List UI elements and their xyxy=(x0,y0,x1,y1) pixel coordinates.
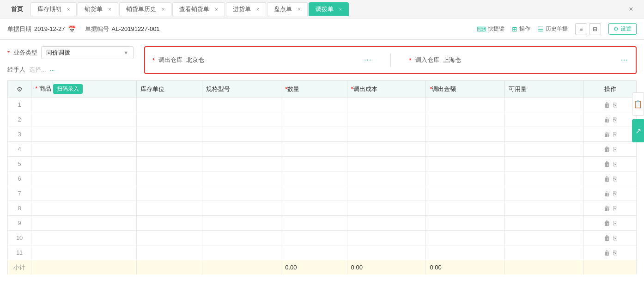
sidebar-expand-button[interactable]: ↗ xyxy=(632,119,644,142)
cell-qty-9[interactable] xyxy=(281,216,347,231)
cell-cost-9[interactable] xyxy=(347,216,426,231)
scan-button[interactable]: 扫码录入 xyxy=(53,84,83,94)
cell-amount-10[interactable] xyxy=(426,231,505,245)
cell-cost-7[interactable] xyxy=(347,186,426,201)
copy-icon-8[interactable]: ⎘ xyxy=(613,205,617,212)
copy-icon-6[interactable]: ⎘ xyxy=(613,175,617,183)
cell-cost-11[interactable] xyxy=(347,245,426,260)
cell-qty-8[interactable] xyxy=(281,201,347,216)
tab-purchase[interactable]: 进货单 × xyxy=(226,2,266,16)
cell-amount-4[interactable] xyxy=(426,142,505,157)
tab-inventory-init-close[interactable]: × xyxy=(67,6,70,12)
copy-icon-4[interactable]: ⎘ xyxy=(613,146,617,153)
cell-amount-8[interactable] xyxy=(426,201,505,216)
cell-unit-11[interactable] xyxy=(137,245,202,260)
cell-qty-4[interactable] xyxy=(281,142,347,157)
cell-spec-7[interactable] xyxy=(202,186,281,201)
cell-unit-8[interactable] xyxy=(137,201,202,216)
cell-qty-5[interactable] xyxy=(281,157,347,171)
cell-available-8[interactable] xyxy=(505,201,584,216)
tab-sales-history-close[interactable]: × xyxy=(162,6,164,12)
cell-cost-6[interactable] xyxy=(347,171,426,186)
tab-inventory-check-close[interactable]: × xyxy=(298,6,300,12)
delete-icon-6[interactable]: 🗑 xyxy=(604,175,610,183)
copy-icon-7[interactable]: ⎘ xyxy=(613,190,617,197)
tab-view-sales[interactable]: 查看销货单 × xyxy=(172,2,225,16)
cell-product-1[interactable] xyxy=(31,98,137,112)
delete-icon-9[interactable]: 🗑 xyxy=(604,220,610,227)
cell-amount-11[interactable] xyxy=(426,245,505,260)
cell-product-3[interactable] xyxy=(31,127,137,142)
delete-icon-2[interactable]: 🗑 xyxy=(604,116,610,123)
tab-inventory-check[interactable]: 盘点单 × xyxy=(267,2,307,16)
cell-unit-9[interactable] xyxy=(137,216,202,231)
cell-available-1[interactable] xyxy=(505,98,584,112)
cell-cost-1[interactable] xyxy=(347,98,426,112)
copy-icon-1[interactable]: ⎘ xyxy=(613,101,617,109)
cell-unit-4[interactable] xyxy=(137,142,202,157)
copy-icon-5[interactable]: ⎘ xyxy=(613,160,617,168)
copy-icon-3[interactable]: ⎘ xyxy=(613,131,617,138)
cell-product-2[interactable] xyxy=(31,112,137,127)
tab-sales-order[interactable]: 销货单 × xyxy=(78,2,118,16)
cell-product-7[interactable] xyxy=(31,186,137,201)
cell-spec-11[interactable] xyxy=(202,245,281,260)
cell-unit-3[interactable] xyxy=(137,127,202,142)
cell-spec-5[interactable] xyxy=(202,157,281,171)
cell-amount-5[interactable] xyxy=(426,157,505,171)
cell-unit-2[interactable] xyxy=(137,112,202,127)
cell-spec-9[interactable] xyxy=(202,216,281,231)
sidebar-doc-button[interactable]: 📋 xyxy=(632,92,644,116)
cell-cost-8[interactable] xyxy=(347,201,426,216)
cell-spec-4[interactable] xyxy=(202,142,281,157)
cell-cost-2[interactable] xyxy=(347,112,426,127)
cell-qty-6[interactable] xyxy=(281,171,347,186)
cell-amount-6[interactable] xyxy=(426,171,505,186)
delete-icon-5[interactable]: 🗑 xyxy=(604,160,610,168)
cell-product-11[interactable] xyxy=(31,245,137,260)
cell-product-9[interactable] xyxy=(31,216,137,231)
cell-available-10[interactable] xyxy=(505,231,584,245)
operator-input[interactable]: 选择... xyxy=(29,66,46,74)
cell-qty-11[interactable] xyxy=(281,245,347,260)
cell-product-5[interactable] xyxy=(31,157,137,171)
cell-qty-10[interactable] xyxy=(281,231,347,245)
delete-icon-4[interactable]: 🗑 xyxy=(604,146,610,153)
tab-sales-order-close[interactable]: × xyxy=(108,6,111,12)
cell-available-9[interactable] xyxy=(505,216,584,231)
cell-amount-3[interactable] xyxy=(426,127,505,142)
cell-qty-3[interactable] xyxy=(281,127,347,142)
business-type-select[interactable]: 同价调拨 ▼ xyxy=(41,46,134,59)
settings-icon[interactable]: ⚙ xyxy=(17,85,23,93)
delete-icon-3[interactable]: 🗑 xyxy=(604,131,610,138)
cell-spec-1[interactable] xyxy=(202,98,281,112)
layout-icon-2[interactable]: ⊟ xyxy=(589,23,601,35)
history-action[interactable]: ☰ 历史单据 xyxy=(538,25,568,33)
out-warehouse-more-icon[interactable]: ··· xyxy=(364,56,371,64)
tab-transfer[interactable]: 调拨单 × xyxy=(309,2,349,16)
cell-unit-7[interactable] xyxy=(137,186,202,201)
cell-qty-1[interactable] xyxy=(281,98,347,112)
cell-amount-7[interactable] xyxy=(426,186,505,201)
shortcuts-action[interactable]: ⌨ 快捷键 xyxy=(477,25,504,33)
cell-cost-10[interactable] xyxy=(347,231,426,245)
cell-cost-3[interactable] xyxy=(347,127,426,142)
tab-view-sales-close[interactable]: × xyxy=(215,6,218,12)
cell-unit-1[interactable] xyxy=(137,98,202,112)
cell-cost-4[interactable] xyxy=(347,142,426,157)
copy-icon-2[interactable]: ⎘ xyxy=(613,116,617,123)
delete-icon-7[interactable]: 🗑 xyxy=(604,190,610,197)
calendar-icon[interactable]: 📅 xyxy=(68,25,76,33)
cell-unit-6[interactable] xyxy=(137,171,202,186)
cell-amount-1[interactable] xyxy=(426,98,505,112)
tab-home[interactable]: 首页 xyxy=(5,2,30,16)
cell-available-5[interactable] xyxy=(505,157,584,171)
copy-icon-11[interactable]: ⎘ xyxy=(613,249,617,256)
cell-available-2[interactable] xyxy=(505,112,584,127)
copy-icon-9[interactable]: ⎘ xyxy=(613,220,617,227)
cell-spec-10[interactable] xyxy=(202,231,281,245)
delete-icon-11[interactable]: 🗑 xyxy=(604,249,610,256)
cell-available-11[interactable] xyxy=(505,245,584,260)
cell-spec-8[interactable] xyxy=(202,201,281,216)
tab-sales-history[interactable]: 销货单历史 × xyxy=(119,2,171,16)
